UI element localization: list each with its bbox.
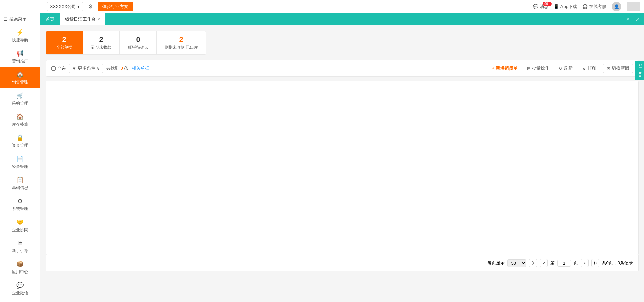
finance-label: 资金管理: [12, 143, 28, 148]
batch-icon: ⊞: [527, 66, 531, 71]
sidebar-item-guide[interactable]: 🖥 新手引导: [0, 236, 40, 257]
app-download-label: App下载: [560, 4, 577, 10]
prev-page-btn[interactable]: ＜: [540, 259, 548, 267]
company-selector[interactable]: XXXXXX公司 ▾: [47, 2, 83, 11]
inventory-icon: 🏠: [16, 113, 24, 120]
stat-tab-all[interactable]: 2 全部单据: [46, 31, 83, 54]
sidebar-item-purchase[interactable]: 🛒 采购管理: [0, 88, 40, 110]
message-icon: 💬: [533, 4, 538, 9]
enterprise-icon: 🤝: [16, 219, 24, 226]
sidebar-item-inventory[interactable]: 🏠 库存核算: [0, 110, 40, 131]
online-service-action[interactable]: 🎧 在线客服: [582, 4, 606, 10]
select-all-checkbox[interactable]: 全选: [51, 65, 66, 71]
switch-button[interactable]: ⊡ 切换新版: [603, 64, 633, 73]
batch-label: 批量操作: [532, 65, 549, 71]
stat-tab-due-unpaid[interactable]: 2 到期未收款: [83, 31, 120, 54]
refresh-icon: ↻: [559, 66, 562, 71]
home-tab[interactable]: 首页: [40, 13, 60, 25]
stat-num-all: 2: [54, 35, 74, 44]
sidebar-item-member[interactable]: V 畅会员: [0, 299, 40, 302]
first-page-btn[interactable]: ⟨⟨: [529, 259, 537, 267]
result-unit: 条: [124, 66, 128, 71]
page-input[interactable]: [557, 260, 571, 267]
sidebar-item-basic-info[interactable]: 📋 基础信息: [0, 173, 40, 194]
stat-label-wangpu: 旺铺待确认: [128, 45, 148, 50]
system-label: 系统管理: [12, 206, 28, 212]
next-page-btn[interactable]: ＞: [581, 259, 589, 267]
app-download-action[interactable]: 📱 App下载: [554, 4, 577, 10]
stat-label-all: 全部单据: [54, 45, 74, 50]
sidebar: ☰ 搜索菜单 ⚡ 快捷导航 📢 营销推广 🏠 销售管理 🛒 采购管理 🏠 库存核…: [0, 0, 40, 302]
quick-nav-icon: ⚡: [16, 28, 24, 36]
toolbar-left: 全选 ▼ 更多条件 ∨ 共找到 0 条 相关单据: [51, 64, 485, 73]
settings-icon[interactable]: ⚙: [86, 2, 95, 11]
page-label-suffix: 页: [574, 260, 578, 266]
result-text: 共找到 0 条: [106, 65, 128, 71]
related-link[interactable]: 相关单据: [132, 65, 149, 71]
sales-icon: 🏠: [16, 71, 24, 78]
company-name: XXXXXX公司: [50, 4, 76, 10]
select-all-label: 全选: [57, 65, 66, 71]
header-right: 💬 消息 99+ 📱 App下载 🎧 在线客服 👤: [533, 2, 640, 11]
per-page-label: 每页显示: [487, 260, 505, 266]
wechat-label: 企业微信: [12, 290, 28, 296]
main-content: 2 全部单据 2 到期未收款 0 旺铺待确认 2 到期未收款 已出库 全选 ▼ …: [40, 25, 644, 302]
avatar[interactable]: 👤: [612, 2, 621, 11]
add-button[interactable]: + 新增销货单: [489, 64, 520, 73]
experience-button[interactable]: 体验行业方案: [98, 2, 133, 11]
stat-label-due-unpaid: 到期未收款: [91, 45, 111, 50]
batch-button[interactable]: ⊞ 批量操作: [524, 64, 552, 73]
sidebar-item-sales[interactable]: 🏠 销售管理: [0, 67, 40, 88]
stat-num-due-out: 2: [165, 35, 198, 44]
minimize-btn[interactable]: ✕: [624, 15, 632, 23]
sidebar-item-finance[interactable]: 🔒 资金管理: [0, 131, 40, 152]
refresh-button[interactable]: ↻ 刷新: [556, 64, 575, 73]
refresh-label: 刷新: [564, 65, 573, 71]
last-page-btn[interactable]: ⟩⟩: [591, 259, 599, 267]
maximize-btn[interactable]: ⤢: [633, 15, 641, 23]
stat-tab-wangpu[interactable]: 0 旺铺待确认: [120, 31, 157, 54]
close-tab-icon[interactable]: ×: [98, 17, 100, 22]
switch-icon: ⊡: [607, 66, 610, 71]
basic-info-label: 基础信息: [12, 185, 28, 191]
sales-label: 销售管理: [12, 79, 28, 85]
guide-label: 新手引导: [12, 248, 28, 254]
page-size-select[interactable]: 50 100 200: [507, 259, 526, 267]
search-menu[interactable]: ☰ 搜索菜单: [0, 13, 40, 25]
filter-icon: ▼: [72, 66, 76, 71]
sidebar-item-quick-nav[interactable]: ⚡ 快捷导航: [0, 25, 40, 46]
active-tab[interactable]: 钱货日清工作台 ×: [60, 13, 105, 25]
filter-label: 更多条件: [78, 65, 95, 71]
filter-button[interactable]: ▼ 更多条件 ∨: [69, 64, 103, 73]
message-badge: 99+: [543, 2, 552, 6]
purchase-icon: 🛒: [16, 92, 24, 99]
app-center-label: 应用中心: [12, 269, 28, 275]
search-icon: ☰: [3, 17, 7, 22]
home-tab-label: 首页: [46, 16, 54, 22]
print-label: 打印: [588, 65, 596, 71]
sidebar-item-marketing[interactable]: 📢 营销推广: [0, 46, 40, 67]
finance-icon: 🔒: [16, 134, 24, 141]
headset-icon: 🎧: [582, 4, 588, 9]
pagination-bar: 每页显示 50 100 200 ⟨⟨ ＜ 第 页 ＞ ⟩⟩ 共0页，0条记录: [46, 255, 639, 271]
result-prefix: 共找到: [106, 66, 119, 71]
stat-label-due-out: 到期未收款 已出库: [165, 45, 198, 50]
sidebar-item-operation[interactable]: 📄 经营管理: [0, 152, 40, 173]
toolbar: 全选 ▼ 更多条件 ∨ 共找到 0 条 相关单据 + 新增销货单 ⊞ 批量操作 …: [46, 60, 639, 77]
stat-tab-due-out[interactable]: 2 到期未收款 已出库: [157, 31, 206, 54]
nav-tabs-bar: 首页 钱货日清工作台 × ✕ ⤢: [40, 13, 644, 25]
message-action[interactable]: 💬 消息 99+: [533, 4, 548, 10]
sidebar-item-app-center[interactable]: 📦 应用中心: [0, 257, 40, 278]
switch-label: 切换新版: [612, 65, 629, 71]
sidebar-item-wechat[interactable]: 💬 企业微信: [0, 278, 40, 299]
enterprise-label: 企业协同: [12, 227, 28, 233]
often-tag[interactable]: OfTEn: [635, 61, 644, 80]
nav-tab-actions: ✕ ⤢: [624, 13, 644, 25]
print-button[interactable]: 🖨 打印: [579, 64, 599, 73]
online-service-label: 在线客服: [589, 4, 606, 10]
sidebar-item-enterprise[interactable]: 🤝 企业协同: [0, 215, 40, 236]
user-menu[interactable]: [627, 2, 640, 11]
sidebar-item-system[interactable]: ⚙ 系统管理: [0, 194, 40, 215]
print-icon: 🖨: [582, 66, 586, 71]
select-all-input[interactable]: [51, 66, 56, 71]
